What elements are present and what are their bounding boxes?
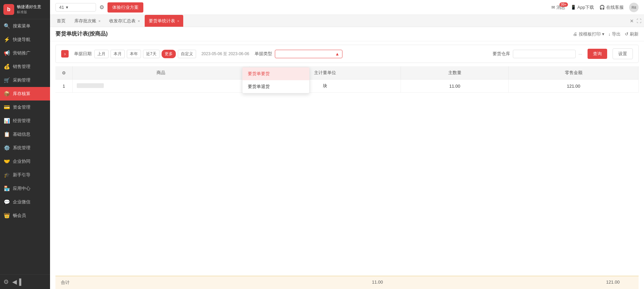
type-dropdown-menu[interactable]: 要货单要货 要货单退货 bbox=[242, 67, 310, 93]
tab-home[interactable]: 首页 bbox=[53, 15, 70, 27]
footer-quantity: 11.00 bbox=[372, 280, 383, 286]
data-table: ⚙ 商品 主计量单位 主数量 零售金额 1 块 bbox=[55, 66, 639, 93]
print-icon: 🖨 bbox=[573, 31, 577, 37]
date-range-display: 2023-05-06 至 2023-06-06 bbox=[201, 51, 249, 57]
page-header-actions: 🖨 按模板打印 ▾ ↓ 导出 ↺ 刷新 bbox=[573, 31, 639, 37]
settings-button[interactable]: 设置 bbox=[613, 48, 633, 59]
topbar-gear-btn[interactable]: ⚙ bbox=[99, 4, 104, 10]
collab-icon: 🤝 bbox=[3, 158, 10, 165]
sidebar-item-purchase[interactable]: 🛒 采购管理 bbox=[0, 73, 50, 87]
type-select[interactable]: ▲ bbox=[275, 50, 342, 58]
search-icon: 🔍 bbox=[3, 23, 10, 29]
tab-order-summary[interactable]: 要货单统计表 × bbox=[145, 15, 183, 27]
dropdown-item-order-return[interactable]: 要货单退货 bbox=[242, 80, 309, 93]
row-amount: 121.00 bbox=[509, 80, 639, 93]
filter-expand-btn[interactable]: › bbox=[61, 50, 69, 58]
sidebar-item-system[interactable]: ⚙️ 系统管理 bbox=[0, 141, 50, 155]
sidebar-item-operations[interactable]: 📊 经营管理 bbox=[0, 114, 50, 128]
row-index: 1 bbox=[55, 80, 72, 93]
tab-inventory-batch[interactable]: 库存批次账 × bbox=[70, 15, 104, 27]
refresh-btn[interactable]: ↺ 刷新 bbox=[625, 31, 639, 37]
table-settings-icon[interactable]: ⚙ bbox=[62, 70, 66, 75]
dropdown-item-order-goods[interactable]: 要货单要货 bbox=[242, 67, 309, 80]
page-header: 要货单统计表(按商品) 🖨 按模板打印 ▾ ↓ 导出 ↺ 刷新 bbox=[50, 27, 644, 41]
export-btn[interactable]: ↓ 导出 bbox=[609, 31, 621, 37]
sidebar-item-inventory[interactable]: 📦 库存核算 bbox=[0, 87, 50, 101]
app-icon: 📱 bbox=[571, 5, 576, 10]
warehouse-input[interactable] bbox=[513, 50, 576, 58]
topbar-app-download[interactable]: 📱 App下载 bbox=[571, 4, 594, 10]
tab-order-summary-close[interactable]: × bbox=[177, 19, 179, 23]
more-dates-btn[interactable]: 更多 bbox=[162, 50, 176, 58]
filter-bar: › 单据日期 上月 本月 本年 近7天 更多 自定义 2023-05-06 至 … bbox=[55, 45, 639, 63]
this-month-btn[interactable]: 本月 bbox=[111, 50, 125, 58]
prev-month-btn[interactable]: 上月 bbox=[94, 50, 109, 58]
wechat-icon: 💬 bbox=[3, 199, 10, 205]
main-content: 41 ▾ ⚙ 体验行业方案 ✉ 消息 99+ 📱 App下载 🎧 在线客服 Ri… bbox=[50, 0, 644, 289]
print-chevron-icon: ▾ bbox=[602, 31, 604, 37]
system-icon: ⚙️ bbox=[3, 144, 10, 151]
sidebar-item-appstore[interactable]: 🏪 应用中心 bbox=[0, 182, 50, 195]
this-year-btn[interactable]: 本年 bbox=[127, 50, 141, 58]
custom-date-btn[interactable]: 自定义 bbox=[178, 50, 196, 58]
tabs-actions: ✕ ⛶ bbox=[630, 18, 641, 24]
tab-expand-icon[interactable]: ⛶ bbox=[637, 18, 641, 24]
tab-receive-summary[interactable]: 收发存汇总表 × bbox=[105, 15, 144, 27]
page-body: 要货单统计表(按商品) 🖨 按模板打印 ▾ ↓ 导出 ↺ 刷新 › bbox=[50, 27, 644, 289]
sidebar-item-marketing[interactable]: 📢 营销推广 bbox=[0, 46, 50, 60]
sidebar-footer: ⚙ ◀▐ bbox=[0, 274, 50, 289]
date-buttons: 上月 本月 本年 近7天 更多 自定义 bbox=[94, 50, 196, 58]
sidebar-item-collab[interactable]: 🤝 企业协同 bbox=[0, 155, 50, 168]
print-btn[interactable]: 🖨 按模板打印 ▾ bbox=[573, 31, 604, 37]
sidebar-settings-btn[interactable]: ⚙ bbox=[3, 278, 9, 286]
message-icon: ✉ bbox=[551, 5, 555, 10]
chevron-down-icon: ▾ bbox=[66, 5, 68, 10]
sidebar-item-search[interactable]: 🔍 搜索菜单 bbox=[0, 19, 50, 33]
topbar-messages[interactable]: ✉ 消息 99+ bbox=[551, 4, 565, 10]
sidebar-item-member[interactable]: 👑 畅会员 bbox=[0, 209, 50, 222]
export-icon: ↓ bbox=[609, 31, 611, 37]
tab-receive-summary-close[interactable]: × bbox=[138, 19, 140, 23]
sidebar-item-guide[interactable]: 🎓 新手引导 bbox=[0, 168, 50, 182]
guide-icon: 🎓 bbox=[3, 172, 10, 178]
marketing-icon: 📢 bbox=[3, 50, 10, 57]
sidebar-item-wechat[interactable]: 💬 企业微信 bbox=[0, 195, 50, 209]
table-row: 1 块 11.00 121.00 bbox=[55, 80, 639, 93]
topbar-customer-service[interactable]: 🎧 在线客服 bbox=[599, 4, 624, 10]
logo-icon: b bbox=[3, 4, 14, 15]
topbar: 41 ▾ ⚙ 体验行业方案 ✉ 消息 99+ 📱 App下载 🎧 在线客服 Ri… bbox=[50, 0, 644, 15]
product-bar bbox=[77, 83, 104, 88]
page-title: 要货单统计表(按商品) bbox=[55, 30, 108, 38]
sidebar-item-base[interactable]: 📋 基础信息 bbox=[0, 128, 50, 141]
topbar-right: ✉ 消息 99+ 📱 App下载 🎧 在线客服 Rit bbox=[551, 3, 639, 12]
headset-icon: 🎧 bbox=[599, 5, 605, 10]
warehouse-more-btn[interactable]: ··· bbox=[578, 51, 582, 57]
type-select-arrow: ▲ bbox=[335, 51, 339, 57]
company-selector-value: 41 bbox=[59, 5, 64, 10]
user-avatar[interactable]: Rit bbox=[629, 3, 639, 12]
refresh-icon: ↺ bbox=[625, 31, 628, 37]
appstore-icon: 🏪 bbox=[3, 185, 10, 192]
finance-icon: 💳 bbox=[3, 104, 10, 111]
sidebar: b 畅捷通好生意 标准版 🔍 搜索菜单 ⚡ 快捷导航 📢 营销推广 💰 销售管理… bbox=[0, 0, 50, 289]
tab-close-all-icon[interactable]: ✕ bbox=[630, 18, 634, 24]
company-selector[interactable]: 41 ▾ bbox=[55, 3, 96, 12]
trial-button[interactable]: 体验行业方案 bbox=[108, 2, 143, 13]
sidebar-logo: b 畅捷通好生意 标准版 bbox=[0, 0, 50, 19]
query-button[interactable]: 查询 bbox=[588, 49, 607, 59]
footer-label: 合计 bbox=[61, 280, 70, 286]
member-icon: 👑 bbox=[3, 212, 10, 219]
date-label: 单据日期 bbox=[74, 51, 92, 57]
last-7-days-btn[interactable]: 近7天 bbox=[143, 50, 160, 58]
sidebar-item-shortcut[interactable]: ⚡ 快捷导航 bbox=[0, 33, 50, 46]
type-label: 单据类型 bbox=[255, 51, 272, 57]
date-filter: 单据日期 上月 本月 本年 近7天 更多 自定义 bbox=[74, 50, 196, 58]
operations-icon: 📊 bbox=[3, 117, 10, 124]
purchase-icon: 🛒 bbox=[3, 77, 10, 84]
sidebar-collapse-btn[interactable]: ◀▐ bbox=[12, 278, 21, 286]
tab-inventory-batch-close[interactable]: × bbox=[98, 19, 100, 23]
shortcut-icon: ⚡ bbox=[3, 36, 10, 43]
sidebar-item-finance[interactable]: 💳 资金管理 bbox=[0, 101, 50, 114]
table-footer: 合计 11.00 121.00 bbox=[55, 276, 639, 289]
sidebar-item-sales[interactable]: 💰 销售管理 bbox=[0, 60, 50, 73]
